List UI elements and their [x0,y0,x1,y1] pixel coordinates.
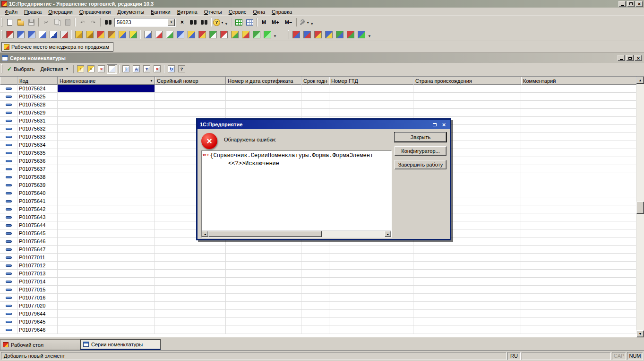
menu-item-5[interactable]: Бантики [147,8,174,16]
debts-button[interactable] [345,29,356,40]
menu-item-10[interactable]: Справка [268,8,295,16]
toolbar-grip[interactable] [1,30,2,39]
column-header-1[interactable]: Наименование▼ [58,77,155,85]
goods-return-button[interactable] [197,29,207,40]
cut-button[interactable]: ✂ [41,17,52,27]
scroll-left-button[interactable]: ◀ [202,231,208,237]
money-transfer-button[interactable] [117,29,128,40]
table-row[interactable]: P01077013 [0,270,636,278]
level-up-button[interactable]: ↑ [76,64,86,74]
redo-button[interactable]: ↷ [88,17,99,27]
table-row[interactable]: P01075628 [0,101,636,109]
dialog-button-1[interactable]: Конфигуратор... [395,146,447,156]
open-button[interactable] [15,17,26,27]
minimize-button[interactable] [618,1,626,7]
hscrollbar-thumb[interactable] [208,231,322,237]
column-header-3[interactable]: Номер и дата сертификата [226,77,301,85]
dialog-horizontal-scrollbar[interactable]: ◀ ▶ [202,230,391,237]
actions-button[interactable]: Действия ▼ [37,65,71,73]
payment-out-button[interactable] [218,29,229,40]
menu-item-2[interactable]: Операции [45,8,76,16]
status-button[interactable] [262,29,273,40]
cash-register-button[interactable] [95,29,106,40]
scrollbar-thumb[interactable] [636,202,644,214]
table-row[interactable]: P01079646 [0,326,636,334]
info-button[interactable]: ii [48,29,59,40]
toolbar-overflow-chevron-icon[interactable]: ▼ [310,22,314,26]
menu-item-7[interactable]: Отчеты [201,8,225,16]
child-close-button[interactable]: × [635,55,642,61]
table-row[interactable]: P01075624 [0,85,636,93]
payment-in-button[interactable] [207,29,218,40]
customer-orders-button[interactable] [291,29,302,40]
menu-item-6[interactable]: Витрина [174,8,201,16]
menu-item-1[interactable]: Правка [21,8,45,16]
price-list-button[interactable] [128,29,138,40]
save-button[interactable] [26,17,37,27]
select-button[interactable]: ✓ Выбрать [4,65,37,73]
print-button[interactable] [15,29,26,40]
select-mode-button[interactable] [107,64,117,74]
table-row[interactable]: P01075629 [0,109,636,117]
toolbar-overflow-chevron-icon[interactable]: ▼ [224,22,228,26]
toolbar-grip[interactable] [1,18,2,27]
scroll-down-button[interactable]: ▼ [636,330,644,337]
toolbar-overflow-chevron-icon[interactable]: ▼ [368,34,371,38]
coin-button[interactable] [73,29,84,40]
table-row[interactable]: P01077015 [0,286,636,294]
clear-filter-button[interactable]: × [152,64,163,74]
find-in-list-button[interactable]: А [131,64,142,74]
catalog-book-button[interactable] [4,29,15,40]
desktop-panel-tab[interactable]: Рабочее место менеджера по продажам [1,42,113,52]
toolbar-overflow-chevron-icon[interactable]: ▼ [273,34,277,38]
column-header-6[interactable]: Страна происхождения [413,77,521,85]
find-settings-button[interactable] [198,17,209,27]
outgoing-invoice-button[interactable] [153,29,164,40]
table-row[interactable]: P01077011 [0,254,636,262]
mark-deletion-button[interactable]: × [96,64,107,74]
table-row[interactable]: P01079645 [0,318,636,326]
print-form-button[interactable] [26,29,37,40]
column-header-2[interactable]: Серийный номер [155,77,226,85]
help-button[interactable]: ? [177,64,187,74]
column-header-0[interactable]: Код [17,77,58,85]
memory-add-button[interactable]: M+ [270,19,281,25]
filter-settings-button[interactable]: ▼ [142,64,152,74]
edit-table-button[interactable] [59,29,69,40]
goods-shipment-button[interactable] [175,29,186,40]
orders-analysis-button[interactable] [324,29,335,40]
dialog-button-2[interactable]: Завершить работу [395,160,447,169]
find-combobox[interactable]: 56023▼ [114,18,176,27]
paste-button[interactable] [62,17,73,27]
error-text-area[interactable]: err{Справочник.СерииНоменклатуры.Форма.Ф… [201,150,392,238]
service-assistant-button[interactable]: ?▼ [213,17,224,27]
close-button[interactable]: × [635,1,643,7]
scroll-up-button[interactable]: ▲ [636,77,644,84]
filter-by-value-button[interactable]: T [121,64,131,74]
refresh-button[interactable]: ↻ [166,64,177,74]
menu-item-8[interactable]: Сервис [225,8,250,16]
new-document-button[interactable] [4,17,15,27]
dialog-close-button[interactable]: × [440,122,447,128]
goods-transfer-button[interactable] [186,29,197,40]
price-analysis-button[interactable] [335,29,345,40]
table-row[interactable]: P01077014 [0,278,636,286]
incoming-invoice-button[interactable] [142,29,153,40]
child-restore-button[interactable] [626,55,634,61]
table-row[interactable]: P01075647 [0,246,636,254]
goods-receipt-button[interactable] [164,29,175,40]
bottom-tab-1[interactable]: Серии номенклатуры [80,339,161,350]
menu-item-4[interactable]: Документы [114,8,147,16]
sales-analysis-button[interactable] [302,29,313,40]
dialog-maximize-button[interactable] [431,122,438,128]
vertical-scrollbar[interactable]: ▲ ▼ [636,77,644,337]
coins-button[interactable] [84,29,95,40]
table-row[interactable]: P01077016 [0,294,636,302]
memory-subtract-button[interactable]: M− [283,19,294,25]
undo-button[interactable]: ↶ [77,17,88,27]
find-next-button[interactable] [188,17,198,27]
calendar-grid-button[interactable] [244,17,255,27]
menu-item-9[interactable]: Окна [249,8,268,16]
table-row[interactable]: P01075625 [0,93,636,101]
cash-out-button[interactable] [240,29,251,40]
